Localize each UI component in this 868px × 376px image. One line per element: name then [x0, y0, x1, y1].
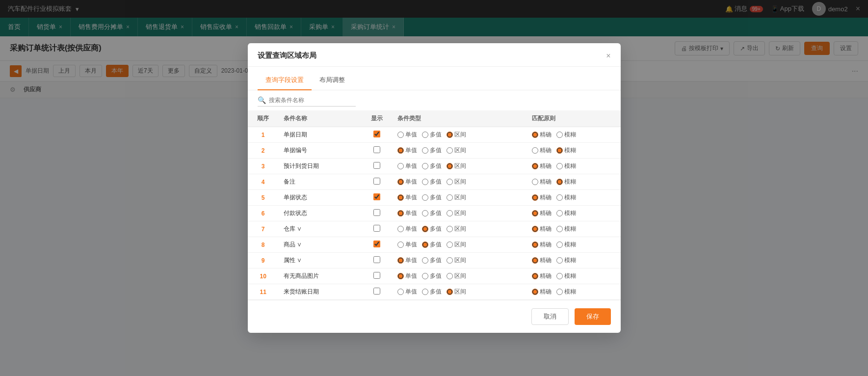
dialog-tabs: 查询字段设置 布局调整	[248, 67, 621, 90]
search-icon: 🔍	[258, 96, 266, 98]
settings-dialog: 设置查询区域布局 × 查询字段设置 布局调整 🔍 顺序	[248, 43, 621, 98]
dialog-close-button[interactable]: ×	[606, 52, 610, 60]
dialog-header: 设置查询区域布局 ×	[248, 43, 621, 67]
search-wrap: 🔍	[258, 96, 356, 98]
search-input[interactable]	[269, 97, 356, 98]
dialog-tab-layout-adjust[interactable]: 布局调整	[312, 73, 353, 90]
dialog-title: 设置查询区域布局	[258, 51, 316, 60]
dialog-tab-field-settings[interactable]: 查询字段设置	[258, 73, 312, 90]
modal-overlay: 设置查询区域布局 × 查询字段设置 布局调整 🔍 顺序	[0, 0, 868, 98]
dialog-search-area: 🔍	[248, 90, 621, 98]
